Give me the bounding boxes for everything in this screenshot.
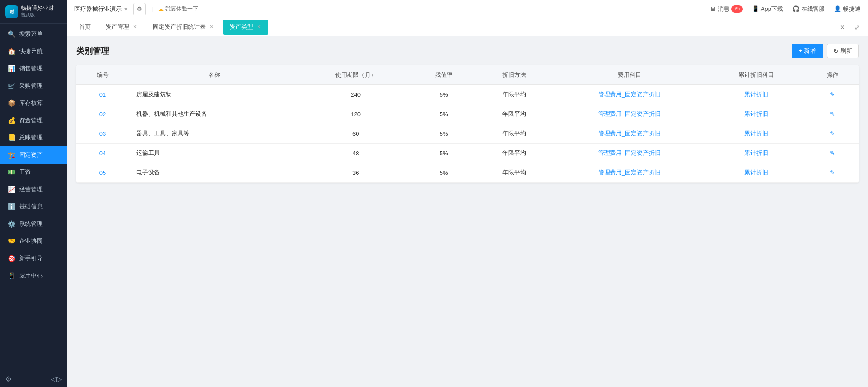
nav-icon-search: 🔍 (7, 30, 15, 38)
module-label: 医疗器械行业演示 (74, 5, 122, 13)
edit-button[interactable]: ✎ (806, 124, 859, 144)
table-row: 03器具、工具、家具等605%年限平均管理费用_固定资产折旧累计折旧✎ (76, 124, 859, 144)
cell-code: 01 (76, 85, 129, 104)
cell-name: 机器、机械和其他生产设备 (129, 104, 300, 124)
cell-duration: 36 (300, 163, 412, 183)
experience-button[interactable]: ☁ 我要体验一下 (158, 5, 198, 13)
table-row: 02机器、机械和其他生产设备1205%年限平均管理费用_固定资产折旧累计折旧✎ (76, 104, 859, 124)
tab-label-home: 首页 (79, 23, 91, 31)
tab-home[interactable]: 首页 (73, 20, 97, 35)
cell-name: 运输工具 (129, 144, 300, 163)
cell-residual: 5% (412, 144, 476, 163)
sidebar-item-quicknav[interactable]: 🏠 快捷导航 (0, 43, 67, 60)
tab-label-fixed-asset-depreciation: 固定资产折旧统计表 (153, 23, 206, 31)
cell-method: 年限平均 (476, 124, 552, 144)
tab-close-fixed-asset-depreciation[interactable]: ✕ (208, 24, 215, 30)
refresh-button[interactable]: ↻ 刷新 (827, 44, 859, 58)
tabs-bar: 首页资产管理✕固定资产折旧统计表✕资产类型✕ ✕ ⤢ (67, 18, 868, 36)
sidebar-item-finance[interactable]: 💰 资金管理 (0, 112, 67, 129)
close-tab-icon[interactable]: ✕ (837, 22, 848, 33)
sidebar-item-sales[interactable]: 📊 销售管理 (0, 60, 67, 77)
sidebar-item-system[interactable]: ⚙️ 系统管理 (0, 215, 67, 233)
table-row: 05电子设备365%年限平均管理费用_固定资产折旧累计折旧✎ (76, 163, 859, 183)
cell-name: 电子设备 (129, 163, 300, 183)
category-table: 编号名称使用期限（月）残值率折旧方法费用科目累计折旧科目操作 01房屋及建筑物2… (76, 65, 859, 183)
sidebar-item-purchase[interactable]: 🛒 采购管理 (0, 77, 67, 94)
topbar-right: 🖥 消息 99+ 📱 App下载 🎧 在线客服 👤 畅捷通 (710, 5, 861, 13)
tab-fixed-asset-depreciation[interactable]: 固定资产折旧统计表✕ (146, 20, 221, 35)
cell-duration: 120 (300, 104, 412, 124)
tab-close-asset-type[interactable]: ✕ (256, 24, 262, 30)
cell-residual: 5% (412, 124, 476, 144)
maximize-icon[interactable]: ⤢ (852, 22, 863, 33)
main-content: 医疗器械行业演示 ▾ ⚙ | ☁ 我要体验一下 🖥 消息 99+ 📱 App下载… (67, 0, 868, 387)
sidebar-footer: ⚙ ◁▷ (0, 371, 67, 387)
nav-label-sales: 销售管理 (19, 64, 43, 73)
nav-icon-sales: 📊 (7, 64, 15, 73)
tab-asset-type[interactable]: 资产类型✕ (223, 20, 268, 35)
sidebar-item-appcenter[interactable]: 📱 应用中心 (0, 267, 67, 284)
nav-label-basicinfo: 基础信息 (19, 203, 43, 211)
edit-button[interactable]: ✎ (806, 85, 859, 104)
sidebar-item-fixedasset[interactable]: 🏗️ 固定资产 (0, 146, 67, 164)
message-icon: 🖥 (710, 5, 716, 12)
message-label: 消息 (718, 5, 729, 13)
app-download-icon: 📱 (752, 5, 759, 12)
topbar: 医疗器械行业演示 ▾ ⚙ | ☁ 我要体验一下 🖥 消息 99+ 📱 App下载… (67, 0, 868, 18)
tab-close-asset-management[interactable]: ✕ (132, 24, 138, 30)
gear-icon: ⚙ (137, 5, 142, 12)
cell-method: 年限平均 (476, 144, 552, 163)
edit-button[interactable]: ✎ (806, 104, 859, 124)
table-row: 01房屋及建筑物2405%年限平均管理费用_固定资产折旧累计折旧✎ (76, 85, 859, 104)
nav-label-salary: 工资 (19, 168, 31, 176)
col-操作: 操作 (806, 65, 859, 85)
col-残值率: 残值率 (412, 65, 476, 85)
cell-method: 年限平均 (476, 85, 552, 104)
app-download-action[interactable]: 📱 App下载 (752, 5, 783, 13)
cell-expense: 管理费用_固定资产折旧 (552, 144, 706, 163)
edit-button[interactable]: ✎ (806, 163, 859, 183)
sidebar-nav: 🔍 搜索菜单 🏠 快捷导航 📊 销售管理 🛒 采购管理 📦 库存核算 💰 资金管… (0, 24, 67, 371)
nav-icon-basicinfo: ℹ️ (7, 203, 15, 211)
sidebar-item-guide[interactable]: 🎯 新手引导 (0, 250, 67, 267)
experience-icon: ☁ (158, 6, 164, 12)
settings-icon[interactable]: ⚙ (5, 375, 12, 383)
sidebar-item-basicinfo[interactable]: ℹ️ 基础信息 (0, 198, 67, 215)
nav-icon-system: ⚙️ (7, 220, 15, 228)
user-label: 畅捷通 (843, 5, 861, 13)
cell-expense: 管理费用_固定资产折旧 (552, 124, 706, 144)
page-content: 类别管理 + 新增 ↻ 刷新 编号名称使用期限（月）残值率折旧方法费用科目累计折… (67, 36, 868, 387)
cell-name: 器具、工具、家具等 (129, 124, 300, 144)
nav-label-quicknav: 快捷导航 (19, 47, 43, 55)
sidebar-item-salary[interactable]: 💵 工资 (0, 164, 67, 181)
logo-icon: 财 (5, 5, 18, 18)
cell-method: 年限平均 (476, 163, 552, 183)
col-折旧方法: 折旧方法 (476, 65, 552, 85)
sidebar-item-ledger[interactable]: 📒 总账管理 (0, 129, 67, 146)
message-action[interactable]: 🖥 消息 99+ (710, 5, 742, 13)
nav-label-search: 搜索菜单 (19, 30, 43, 38)
settings-button[interactable]: ⚙ (133, 3, 146, 15)
sidebar-item-enterprise[interactable]: 🤝 企业协同 (0, 233, 67, 250)
module-selector[interactable]: 医疗器械行业演示 ▾ (74, 5, 128, 13)
sidebar-item-search[interactable]: 🔍 搜索菜单 (0, 25, 67, 43)
nav-icon-guide: 🎯 (7, 254, 15, 263)
nav-label-system: 系统管理 (19, 220, 43, 228)
user-action[interactable]: 👤 畅捷通 (834, 5, 861, 13)
collapse-icon[interactable]: ◁▷ (51, 375, 62, 383)
tab-asset-management[interactable]: 资产管理✕ (99, 20, 144, 35)
nav-label-inventory: 库存核算 (19, 99, 43, 107)
sidebar-item-inventory[interactable]: 📦 库存核算 (0, 94, 67, 112)
sidebar-item-operations[interactable]: 📈 经营管理 (0, 181, 67, 198)
app-edition: 普及版 (21, 12, 54, 18)
cell-duration: 240 (300, 85, 412, 104)
nav-label-appcenter: 应用中心 (19, 272, 43, 280)
cell-code: 04 (76, 144, 129, 163)
nav-label-purchase: 采购管理 (19, 82, 43, 90)
customer-service-action[interactable]: 🎧 在线客服 (792, 5, 825, 13)
app-logo: 财 畅捷通好业财 普及版 (0, 0, 67, 24)
edit-button[interactable]: ✎ (806, 144, 859, 163)
cell-residual: 5% (412, 104, 476, 124)
cell-expense: 管理费用_固定资产折旧 (552, 163, 706, 183)
new-button[interactable]: + 新增 (792, 44, 823, 58)
